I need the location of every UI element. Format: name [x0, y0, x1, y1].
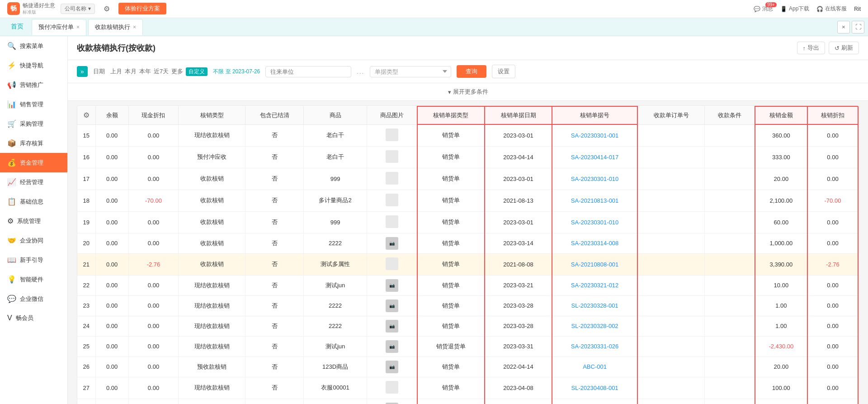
- tab-receipt-verify[interactable]: 收款核销执行 ×: [88, 19, 143, 35]
- refresh-button[interactable]: ↺ 刷新: [829, 42, 859, 54]
- col-balance: 余额: [95, 106, 128, 124]
- expand-more-label: 展开更多条件: [453, 88, 488, 96]
- date-custom-button[interactable]: 自定义: [186, 67, 208, 76]
- tab-prepay-close[interactable]: ×: [76, 24, 80, 30]
- sidebar-item-基础信息[interactable]: 📋基础信息: [0, 192, 67, 211]
- col-amount: 核销金额: [755, 106, 807, 124]
- cell-verify-type: 现结收款核销: [179, 336, 245, 356]
- sidebar-label: 智能硬件: [20, 276, 43, 284]
- export-button[interactable]: ↑ 导出: [797, 42, 826, 54]
- sidebar-item-库存核算[interactable]: 📦库存核算: [0, 133, 67, 153]
- sidebar-item-畅会员[interactable]: V畅会员: [0, 309, 67, 328]
- doc-no-link[interactable]: SA-20210813-001: [571, 197, 619, 204]
- voucher-type-select[interactable]: 单据类型: [370, 66, 451, 77]
- cell-discount: 0.00: [807, 377, 858, 399]
- app-download-item[interactable]: 📱 App下载: [780, 5, 809, 13]
- sidebar-item-采购管理[interactable]: 🛒采购管理: [0, 114, 67, 133]
- sidebar-item-系统管理[interactable]: ⚙系统管理: [0, 211, 67, 231]
- cell-receipt-no: [637, 399, 705, 404]
- doc-no-link[interactable]: SA-20230301-010: [571, 219, 619, 226]
- cell-product-img: 📷: [367, 356, 417, 377]
- doc-no-link[interactable]: SA-20210808-001: [571, 261, 619, 268]
- cell-doc-date: 2023-03-28: [485, 295, 552, 316]
- cell-doc-no: ABC-001: [552, 356, 637, 377]
- expand-filter-button[interactable]: »: [77, 66, 88, 77]
- cell-balance: 0.00: [95, 336, 128, 356]
- main-layout: 🔍搜索菜单⚡快捷导航📢营销推广📊销售管理🛒采购管理📦库存核算💰资金管理📈经营管理…: [0, 36, 868, 404]
- date-recent-week[interactable]: 近7天: [154, 67, 169, 76]
- table-row: 22 0.00 0.00 现结收款核销 否 测试jun 📷 销货单 2023-0…: [77, 275, 858, 295]
- sidebar-item-企业协同[interactable]: 🤝企业协同: [0, 231, 67, 250]
- cell-product: 999: [304, 211, 367, 233]
- doc-no-link[interactable]: SL-20230328-001: [571, 302, 618, 309]
- cell-included: 否: [245, 253, 304, 275]
- expand-more-button[interactable]: ▾ 展开更多条件: [448, 86, 488, 98]
- date-label: 日期: [93, 67, 105, 76]
- query-button[interactable]: 查询: [457, 65, 486, 78]
- sidebar-item-新手引导[interactable]: 📖新手引导: [0, 250, 67, 270]
- sidebar-item-资金管理[interactable]: 💰资金管理: [0, 153, 67, 172]
- date-more[interactable]: 更多: [171, 67, 183, 76]
- sidebar-item-营销推广[interactable]: 📢营销推广: [0, 75, 67, 95]
- sidebar-icon: V: [7, 314, 12, 322]
- date-current-year[interactable]: 本年: [139, 67, 151, 76]
- sidebar-item-快捷导航[interactable]: ⚡快捷导航: [0, 56, 67, 75]
- sidebar-icon: 📈: [7, 178, 16, 186]
- cell-cash-discount: -70.00: [128, 190, 179, 211]
- cell-receipt-no: [637, 295, 705, 316]
- sidebar-item-企业微信[interactable]: 💬企业微信: [0, 289, 67, 309]
- cell-doc-no: SA-20210808-001: [552, 253, 637, 275]
- product-image: [386, 381, 398, 394]
- table-row: 15 0.00 0.00 现结收款核销 否 老白干 销货单 2023-03-01…: [77, 124, 858, 146]
- col-doc-type: 核销单据类型: [417, 106, 485, 124]
- sidebar-item-搜索菜单[interactable]: 🔍搜索菜单: [0, 36, 67, 56]
- online-service-label: 在线客服: [825, 5, 847, 13]
- cell-verify-type: 收款核销: [179, 190, 245, 211]
- gear-button[interactable]: ⚙: [100, 2, 113, 15]
- doc-no-link[interactable]: ABC-001: [583, 363, 607, 370]
- cell-doc-type: 销货单: [417, 124, 485, 146]
- sidebar-item-销售管理[interactable]: 📊销售管理: [0, 95, 67, 114]
- expand-more-bar[interactable]: ▾ 展开更多条件: [68, 83, 868, 101]
- cell-doc-no: SA-20230414-017: [552, 146, 637, 168]
- tab-prepay[interactable]: 预付冲应付单 ×: [32, 19, 86, 35]
- doc-no-link[interactable]: SA-20230301-001: [571, 132, 619, 139]
- cell-id: 23: [77, 295, 95, 316]
- table-row: 28 0.00 0.00 现结收款核销 否 2222 📷 销货单 2023-04…: [77, 399, 858, 404]
- col-doc-no: 核销单据号: [552, 106, 637, 124]
- cell-discount: 0.00: [807, 124, 858, 146]
- company-selector[interactable]: 公司名称 ▾: [61, 4, 95, 14]
- doc-no-link[interactable]: SL-20230328-002: [571, 323, 618, 329]
- notification-item[interactable]: 💬 消息 99+: [754, 5, 773, 13]
- counterparty-input[interactable]: [265, 66, 351, 77]
- date-up-month[interactable]: 上月: [110, 67, 122, 76]
- doc-no-link[interactable]: SA-20230321-012: [571, 282, 619, 289]
- doc-no-link[interactable]: SA-20230331-026: [571, 343, 619, 350]
- cell-balance: 0.00: [95, 124, 128, 146]
- tab-expand-button[interactable]: ⛶: [852, 21, 864, 33]
- tab-close-all-button[interactable]: ×: [837, 21, 850, 33]
- date-current-month[interactable]: 本月: [125, 67, 137, 76]
- doc-no-link[interactable]: SL-20230408-001: [571, 385, 618, 391]
- counterparty-dots: ...: [357, 68, 364, 75]
- sidebar-item-经营管理[interactable]: 📈经营管理: [0, 172, 67, 192]
- cell-product: 2222: [304, 399, 367, 404]
- table-row: 26 0.00 0.00 预收款核销 否 123D商品 📷 销货单 2022-0…: [77, 356, 858, 377]
- user-name[interactable]: Rit: [854, 6, 861, 12]
- sidebar-label: 销售管理: [20, 100, 43, 109]
- doc-no-link[interactable]: SA-20230301-010: [571, 176, 619, 182]
- doc-no-link[interactable]: SA-20230314-008: [571, 240, 619, 247]
- sidebar-label: 系统管理: [17, 217, 41, 225]
- sidebar-icon: ⚡: [7, 61, 16, 70]
- table-settings-icon[interactable]: ⚙: [83, 111, 90, 119]
- sidebar-item-智能硬件[interactable]: 💡智能硬件: [0, 270, 67, 289]
- doc-no-link[interactable]: SA-20230414-017: [571, 154, 619, 161]
- online-service-item[interactable]: 🎧 在线客服: [816, 5, 847, 13]
- setting-button[interactable]: 设置: [492, 65, 515, 78]
- tab-receipt-close[interactable]: ×: [133, 24, 136, 30]
- cell-product-img: [367, 124, 417, 146]
- industry-button[interactable]: 体验行业方案: [118, 3, 166, 14]
- cell-discount: -70.00: [807, 190, 858, 211]
- tab-home[interactable]: 首页: [4, 18, 31, 36]
- table-row: 27 0.00 0.00 现结收款核销 否 衣服00001 销货单 2023-0…: [77, 377, 858, 399]
